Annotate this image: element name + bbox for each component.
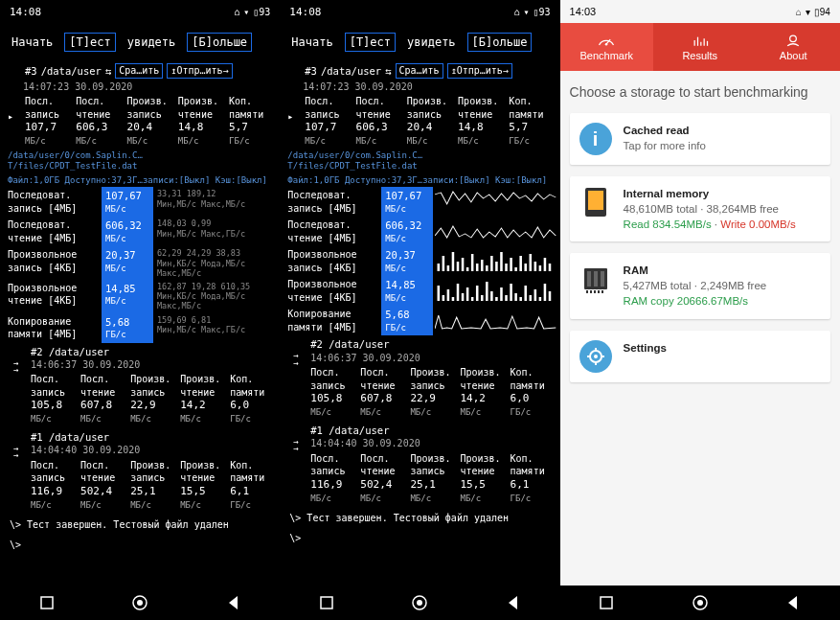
svg-rect-43 (515, 293, 518, 301)
svg-rect-5 (447, 265, 450, 271)
svg-rect-74 (594, 290, 596, 293)
run-number: #3 (305, 64, 317, 78)
compare-button[interactable]: Сра…ить (115, 63, 163, 79)
card-metrics: RAM copy 20666.67MB/s (624, 293, 821, 309)
card-settings[interactable]: Settings (570, 331, 830, 382)
battery-icon: ▯93 (534, 7, 551, 17)
run-1-block[interactable]: →→ #1 /data/user 14:04:40 30.09.2020 Пос… (4, 428, 276, 515)
see-button[interactable]: увидеть (401, 34, 462, 51)
svg-rect-31 (457, 284, 460, 301)
nav-recent-icon[interactable] (317, 593, 336, 612)
run-2-block[interactable]: →→ #2 /data/user 14:06:37 30.09.2020 Пос… (284, 335, 556, 422)
card-ram[interactable]: RAM 5,427MB total · 2,249MB free RAM cop… (570, 253, 830, 318)
svg-point-61 (790, 35, 797, 42)
run-cols: Посл.запись105,8МБ/с Посл.чтение607,8МБ/… (31, 371, 276, 426)
run-cols: Посл.запись116,9МБ/с Посл.чтение502,4МБ/… (31, 457, 276, 513)
summary-block: ▸ Посл.запись107,7МБ/с Посл.чтение606,3М… (284, 93, 556, 149)
svg-rect-76 (602, 290, 603, 293)
test-button[interactable]: [Т]ест (345, 33, 396, 52)
status-bar: 14:08 ⌂ ▾ ▯93 (280, 0, 559, 23)
svg-rect-41 (506, 295, 509, 301)
file-info-line: Файл:1,0ГБ Доступно:37,3Г…записи:[Выкл] … (284, 173, 556, 188)
svg-rect-0 (41, 597, 53, 609)
run-timestamp: 14:07:23 30.09.2020 (284, 80, 556, 94)
send-button[interactable]: ↥Отпр…ить→ (167, 63, 232, 79)
summary-block: ▸ Посл.запись107,7МБ/с Посл.чтение606,3М… (4, 93, 276, 149)
svg-rect-22 (530, 254, 533, 271)
result-row: Произвольноезапись [4КБ]20,37МБ/с62,29 2… (4, 246, 276, 280)
compare-button[interactable]: Сра…ить (396, 63, 443, 79)
svg-rect-36 (481, 295, 484, 301)
svg-rect-14 (490, 256, 493, 271)
svg-point-85 (697, 600, 703, 606)
card-metrics: Read 834.54MB/s · Write 0.00MB/s (624, 217, 821, 232)
see-button[interactable]: увидеть (122, 34, 182, 51)
svg-rect-32 (462, 293, 465, 301)
nav-home-icon[interactable] (691, 593, 710, 612)
svg-rect-64 (590, 213, 592, 216)
send-button[interactable]: ↥Отпр…ить→ (447, 63, 512, 79)
main-content: Choose a storage to start benchmarking i… (560, 71, 840, 586)
status-icons: ⌂ ▾ ▯93 (513, 7, 550, 17)
svg-rect-17 (506, 264, 509, 271)
clock: 14:08 (10, 6, 41, 18)
start-button[interactable]: Начать (285, 34, 338, 51)
nav-recent-icon[interactable] (597, 593, 616, 612)
test-button[interactable]: [Т]ест (64, 33, 115, 52)
svg-rect-33 (466, 287, 469, 301)
nav-recent-icon[interactable] (37, 593, 57, 612)
svg-rect-19 (515, 267, 518, 271)
phone-middle: 14:08 ⌂ ▾ ▯93 Начать [Т]ест увидеть [Б]о… (280, 0, 559, 620)
run-1-block[interactable]: →→ #1 /data/user 14:04:40 30.09.2020 Пос… (284, 422, 556, 508)
svg-rect-47 (534, 289, 537, 301)
card-cached-read[interactable]: i Cached read Tap for more info (570, 113, 830, 165)
tab-results[interactable]: Results (653, 23, 746, 71)
card-internal-memory[interactable]: Internal memory 48,610MB total · 38,264M… (570, 176, 830, 241)
file-info-line: Файл:1,0ГБ Доступно:37,3Г…записи:[Выкл] … (4, 173, 276, 188)
nav-home-icon[interactable] (410, 593, 429, 612)
status-icons: ⌂ ▾ ▯94 (796, 7, 830, 17)
run-path: /data/user (41, 64, 102, 78)
svg-rect-24 (539, 265, 542, 271)
card-title: Settings (624, 340, 821, 356)
svg-rect-39 (495, 297, 498, 301)
menu-row: Начать [Т]ест увидеть [Б]ольше (0, 23, 280, 61)
more-button[interactable]: [Б]ольше (187, 33, 252, 52)
svg-point-55 (605, 43, 608, 46)
nav-home-icon[interactable] (130, 593, 149, 612)
more-button[interactable]: [Б]ольше (467, 33, 533, 52)
svg-rect-10 (471, 254, 474, 271)
run-cols: Посл.запись116,9МБ/с Посл.чтение502,4МБ/… (310, 450, 556, 506)
tab-about[interactable]: About (746, 23, 839, 71)
svg-rect-51 (321, 597, 332, 609)
result-row: Копированиепамяти [4МБ]5,68ГБ/с (284, 306, 556, 335)
run-path: /data/user (321, 64, 381, 78)
svg-rect-34 (471, 297, 474, 301)
svg-rect-4 (443, 256, 445, 271)
run-title: #1 /data/user (310, 424, 556, 437)
run-2-block[interactable]: →→ #2 /data/user 14:06:37 30.09.2020 Пос… (4, 343, 276, 429)
expand-icon: →→ (13, 446, 18, 459)
result-row: Последоват.чтение [4МБ]606,32МБ/с (284, 217, 556, 246)
nav-back-icon[interactable] (504, 593, 523, 612)
svg-rect-18 (511, 258, 513, 271)
file-path-line: /data/user/0/com.Saplin.C…T/files/CPDT_T… (284, 149, 556, 173)
tab-label: Results (682, 50, 717, 61)
nav-back-icon[interactable] (224, 593, 243, 612)
battery-icon: ▯93 (253, 7, 270, 17)
start-button[interactable]: Начать (6, 34, 58, 51)
tab-benchmark[interactable]: Benchmark (560, 23, 653, 71)
expand-icon: →→ (13, 360, 18, 374)
svg-rect-73 (590, 290, 592, 293)
card-title: RAM (624, 263, 821, 278)
svg-rect-83 (601, 597, 612, 609)
nav-back-icon[interactable] (783, 593, 803, 612)
svg-rect-28 (443, 295, 445, 301)
card-subtitle: Tap for more info (624, 138, 821, 153)
card-title: Internal memory (624, 186, 821, 201)
content-area: #3 /data/user ⇆ Сра…ить ↥Отпр…ить→ 14:07… (280, 61, 559, 586)
svg-rect-21 (525, 264, 528, 271)
nav-bar (560, 586, 840, 620)
result-row: Копированиепамяти [4МБ]5,68ГБ/с159,69 6,… (4, 313, 276, 343)
status-bar: 14:03 ⌂ ▾ ▯94 (560, 0, 840, 23)
